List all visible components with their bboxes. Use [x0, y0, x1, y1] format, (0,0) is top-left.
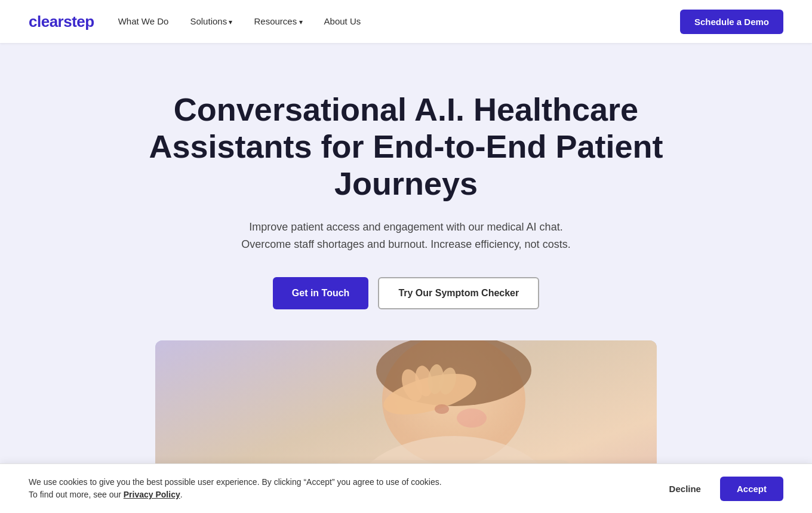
cookie-message-suffix: .: [180, 490, 183, 499]
accept-button[interactable]: Accept: [720, 477, 783, 501]
cookie-buttons: Decline Accept: [657, 477, 783, 501]
get-in-touch-button[interactable]: Get in Touch: [273, 277, 369, 309]
nav-item-what-we-do[interactable]: What We Do: [118, 16, 169, 27]
try-symptom-checker-button[interactable]: Try Our Symptom Checker: [378, 277, 539, 309]
cookie-message-text: We use cookies to give you the best poss…: [29, 477, 442, 499]
nav-item-resources[interactable]: Resources: [254, 16, 303, 27]
schedule-demo-button[interactable]: Schedule a Demo: [680, 10, 783, 34]
navbar: clearstep What We Do Solutions Resources…: [0, 0, 812, 43]
privacy-policy-link[interactable]: Privacy Policy: [124, 490, 180, 499]
nav-item-solutions[interactable]: Solutions: [190, 16, 232, 27]
svg-point-8: [435, 404, 449, 414]
nav-item-about-us[interactable]: About Us: [324, 16, 361, 27]
decline-button[interactable]: Decline: [657, 478, 713, 500]
hero-title: Conversational A.I. Healthcare Assistant…: [137, 91, 675, 202]
nav-link-solutions[interactable]: Solutions: [190, 16, 232, 26]
hero-subtitle: Improve patient access and engagement wi…: [227, 219, 585, 253]
hero-buttons: Get in Touch Try Our Symptom Checker: [273, 277, 539, 309]
nav-left: clearstep What We Do Solutions Resources…: [29, 13, 361, 31]
nav-link-resources[interactable]: Resources: [254, 16, 303, 26]
nav-links: What We Do Solutions Resources About Us: [118, 16, 361, 27]
logo[interactable]: clearstep: [29, 13, 94, 31]
cookie-banner: We use cookies to give you the best poss…: [0, 463, 812, 513]
cookie-message: We use cookies to give you the best poss…: [29, 476, 447, 501]
nav-link-about-us[interactable]: About Us: [324, 16, 361, 26]
svg-point-9: [457, 408, 487, 428]
nav-link-what-we-do[interactable]: What We Do: [118, 16, 169, 26]
hero-section: Conversational A.I. Healthcare Assistant…: [0, 43, 812, 513]
